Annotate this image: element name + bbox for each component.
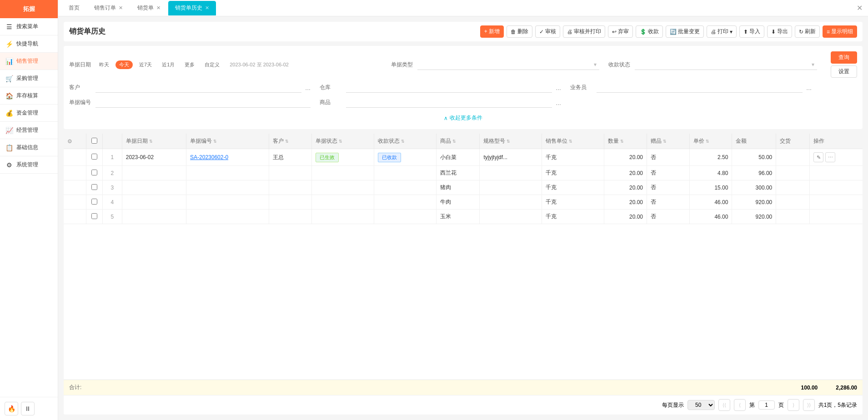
query-button[interactable]: 查询 <box>831 51 857 64</box>
th-gift[interactable]: 赠品 ⇅ <box>647 134 690 149</box>
salesperson-ellipsis[interactable]: ... <box>806 84 812 91</box>
row-no[interactable] <box>186 166 269 180</box>
tabs-bar-close-all[interactable]: ✕ <box>855 2 864 14</box>
row-checkbox[interactable] <box>91 170 97 175</box>
prev-page-button[interactable]: ⟨ <box>734 399 746 411</box>
audit-print-button[interactable]: 🖨 审核并打印 <box>563 25 605 38</box>
row-checkbox[interactable] <box>91 199 97 205</box>
import-button[interactable]: ⬆ 导入 <box>739 25 764 38</box>
first-page-button[interactable]: ⟨⟨ <box>718 399 730 411</box>
th-date[interactable]: 单据日期 ⇅ <box>122 134 186 149</box>
customer-input[interactable] <box>95 82 301 93</box>
salesperson-input[interactable] <box>597 82 803 93</box>
sidebar-item-sales[interactable]: 📊 销售管理 <box>0 53 58 70</box>
sidebar-item-purchase[interactable]: 🛒 采购管理 <box>0 70 58 87</box>
row-no[interactable] <box>186 195 269 210</box>
table-header-row: ⚙ 单据日期 ⇅ <box>64 134 863 149</box>
tab-home[interactable]: 首页 <box>62 1 86 15</box>
row-qty: 20.00 <box>604 166 647 180</box>
warehouse-ellipsis[interactable]: ... <box>556 84 561 91</box>
pagination: 每页显示 50 100 200 ⟨⟨ ⟨ 第 页 ⟩ ⟩⟩ 共1页，5条记录 <box>64 395 863 415</box>
table-scroll[interactable]: ⚙ 单据日期 ⇅ <box>64 134 863 380</box>
row-checkbox[interactable] <box>91 184 97 190</box>
customer-ellipsis[interactable]: ... <box>305 84 311 91</box>
th-unit[interactable]: 销售单位 ⇅ <box>542 134 604 149</box>
tab-sales-delivery[interactable]: 销货单 ✕ <box>130 1 167 15</box>
th-product[interactable]: 商品 ⇅ <box>436 134 480 149</box>
page-size-select[interactable]: 50 100 200 <box>687 400 715 410</box>
abandon-button[interactable]: ↩ 弃审 <box>608 25 633 38</box>
last-page-button[interactable]: ⟩⟩ <box>803 399 815 411</box>
row-seq: 1 <box>103 149 122 166</box>
batch-change-button[interactable]: 🔄 批量变更 <box>666 25 704 38</box>
row-trade <box>776 210 810 224</box>
date-tab-today[interactable]: 今天 <box>115 60 133 69</box>
sidebar-item-basic-info[interactable]: 📋 基础信息 <box>0 139 58 156</box>
page-unit: 页 <box>778 401 784 409</box>
warehouse-input[interactable] <box>346 82 552 93</box>
row-no[interactable] <box>186 210 269 224</box>
collect-button[interactable]: 💲 收款 <box>636 25 663 38</box>
row-edit-button[interactable]: ✎ <box>813 152 823 162</box>
th-pay-status[interactable]: 收款状态 ⇅ <box>374 134 436 149</box>
delete-icon: 🗑 <box>511 29 516 35</box>
sidebar-item-label: 库存核算 <box>16 92 38 100</box>
sidebar-item-search-menu[interactable]: ☰ 搜索菜单 <box>0 18 58 35</box>
sidebar-item-finance[interactable]: 💰 资金管理 <box>0 105 58 122</box>
tab-sales-order-close[interactable]: ✕ <box>119 5 123 11</box>
row-spec: tyjyjtyjdf... <box>480 149 542 166</box>
date-tab-last-month[interactable]: 近1月 <box>158 60 178 69</box>
th-no[interactable]: 单据编号 ⇅ <box>186 134 269 149</box>
date-tab-custom[interactable]: 自定义 <box>201 60 223 69</box>
warehouse-label: 仓库 <box>320 84 342 91</box>
sidebar-item-operations[interactable]: 📈 经营管理 <box>0 122 58 139</box>
th-qty[interactable]: 数量 ⇅ <box>604 134 647 149</box>
row-checkbox[interactable] <box>91 213 97 219</box>
sidebar-pause-button[interactable]: ⏸ <box>21 402 35 415</box>
page-size-dropdown[interactable]: 50 100 200 <box>687 400 715 410</box>
date-tab-more[interactable]: 更多 <box>181 60 198 69</box>
product-ellipsis[interactable]: ... <box>556 99 561 106</box>
row-spec <box>480 195 542 210</box>
row-no[interactable] <box>186 180 269 195</box>
pay-status-select[interactable]: ▾ <box>635 60 817 70</box>
row-date <box>122 210 186 224</box>
delete-button[interactable]: 🗑 删除 <box>507 25 532 38</box>
tab-sales-history-close[interactable]: ✕ <box>205 5 209 11</box>
show-detail-button[interactable]: ≡ 显示明细 <box>823 25 857 38</box>
select-all-checkbox[interactable] <box>91 138 97 144</box>
print-button[interactable]: 🖨 打印 ▾ <box>707 25 737 38</box>
new-button[interactable]: + 新增 <box>480 25 504 38</box>
row-no[interactable]: SA-20230602-0 <box>186 149 269 166</box>
th-spec[interactable]: 规格型号 ⇅ <box>480 134 542 149</box>
th-doc-status[interactable]: 单据状态 ⇅ <box>311 134 374 149</box>
sidebar-item-quick-nav[interactable]: ⚡ 快捷导航 <box>0 35 58 53</box>
date-tab-yesterday[interactable]: 昨天 <box>95 60 113 69</box>
th-customer[interactable]: 客户 ⇅ <box>269 134 312 149</box>
sidebar-item-system[interactable]: ⚙ 系统管理 <box>0 156 58 174</box>
refresh-button[interactable]: ↻ 刷新 <box>795 25 820 38</box>
row-more-button[interactable]: ⋯ <box>825 152 835 162</box>
operations-icon: 📈 <box>5 127 13 134</box>
row-gear <box>64 180 86 195</box>
settings-button[interactable]: 设置 <box>831 65 857 78</box>
export-button[interactable]: ⬇ 导出 <box>767 25 792 38</box>
sidebar-fire-button[interactable]: 🔥 <box>5 402 18 415</box>
doc-no-input[interactable] <box>95 97 311 108</box>
th-price[interactable]: 单价 ⇅ <box>689 134 732 149</box>
row-checkbox[interactable] <box>91 154 97 160</box>
th-checkbox[interactable] <box>86 134 103 149</box>
tab-sales-order[interactable]: 销售订单 ✕ <box>87 1 130 15</box>
date-tab-last7[interactable]: 近7天 <box>135 60 156 69</box>
audit-button[interactable]: ✓ 审核 <box>535 25 560 38</box>
next-page-button[interactable]: ⟩ <box>788 399 799 411</box>
doc-no-link[interactable]: SA-20230602-0 <box>190 154 228 160</box>
doc-type-select[interactable]: ▾ <box>417 60 600 70</box>
product-input[interactable] <box>346 97 552 108</box>
th-gear[interactable]: ⚙ <box>64 134 86 149</box>
sidebar-item-inventory[interactable]: 🏠 库存核算 <box>0 87 58 105</box>
filter-collapse[interactable]: ∧ 收起更多条件 <box>69 112 857 124</box>
tab-sales-delivery-close[interactable]: ✕ <box>156 5 161 11</box>
page-number-input[interactable] <box>758 400 775 410</box>
tab-sales-history[interactable]: 销货单历史 ✕ <box>168 1 216 15</box>
